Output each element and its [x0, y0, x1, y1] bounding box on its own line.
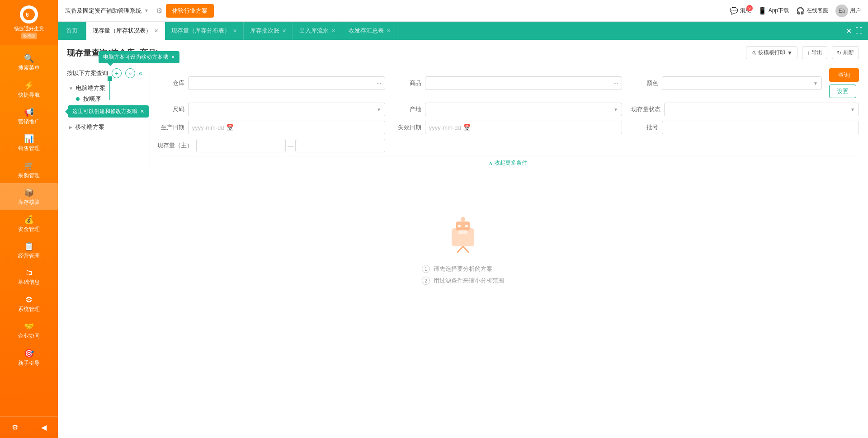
empty-step-2: 2 用过滤条件来缩小分析范围: [422, 277, 504, 285]
sidebar-item-inventory[interactable]: 📦 库存核算: [0, 183, 58, 210]
app-download-button[interactable]: 📱 App下载: [758, 7, 789, 15]
close-all-tabs-button[interactable]: ✕: [846, 27, 852, 35]
prod-date-input[interactable]: yyyy-mm-dd 📅: [188, 121, 385, 134]
filter-stock-status: 现存量状态 ▼: [631, 103, 859, 116]
divider: [150, 68, 150, 169]
tooltip1-close[interactable]: ✕: [171, 54, 175, 60]
print-dropdown-icon: ▼: [787, 50, 793, 56]
settings-icon[interactable]: ⚙: [156, 6, 162, 15]
sidebar: 6 畅捷通好生意 标准版 🔍 搜索菜单 ⚡ 快捷导航 📢 营销推广 📊 销售管理…: [0, 0, 58, 438]
experience-button[interactable]: 体验行业方案: [166, 4, 214, 18]
arrow-btn[interactable]: «: [139, 70, 142, 77]
sidebar-item-guide[interactable]: 🎯 新手引导: [0, 344, 58, 371]
refresh-button[interactable]: ↻ 刷新: [832, 46, 859, 59]
batch-no-input[interactable]: [662, 121, 859, 134]
tab-in-out-flow[interactable]: 出入库流水 ✕: [293, 22, 342, 40]
circle-btn[interactable]: ○: [125, 68, 135, 78]
mobile-scheme-label: 移动端方案: [75, 123, 104, 131]
tab-close-icon[interactable]: ✕: [154, 28, 158, 34]
mobile-expand-icon: ▶: [69, 125, 72, 130]
warehouse-dots-icon: ···: [377, 79, 381, 87]
tab-inventory-status[interactable]: 现存量（库存状况表） ✕: [86, 22, 165, 40]
stock-qty-range: —: [196, 139, 385, 152]
step-1-num: 1: [422, 265, 430, 273]
product-dots-icon: ···: [613, 79, 618, 87]
origin-select[interactable]: ▼: [425, 103, 622, 116]
tab-close-icon-5[interactable]: ✕: [387, 28, 391, 34]
sidebar-item-enterprise[interactable]: 🤝 企业协同: [0, 317, 58, 344]
filter-row-2: 尺码 ▼ 产地 ▼: [157, 103, 859, 116]
sidebar-item-quick-nav[interactable]: ⚡ 快捷导航: [0, 76, 58, 103]
stock-status-select[interactable]: ▼: [664, 103, 859, 116]
expand-arrow-icon: ▼: [69, 86, 73, 91]
tab-receive-summary-label: 收发存汇总表: [349, 27, 384, 35]
search-icon: 🔍: [24, 53, 34, 63]
reset-button[interactable]: 设置: [829, 85, 856, 98]
tab-close-icon-2[interactable]: ✕: [233, 28, 237, 34]
settings-button[interactable]: ⚙: [10, 421, 20, 433]
sidebar-item-operations[interactable]: 📋 经营管理: [0, 237, 58, 264]
user-menu[interactable]: Ea 用户: [835, 5, 861, 17]
expiry-date-placeholder: yyyy-mm-dd: [429, 124, 461, 131]
calendar-icon-2: 📅: [463, 124, 471, 131]
color-select[interactable]: ▼: [662, 76, 822, 90]
add-scheme-button[interactable]: +: [112, 68, 122, 78]
size-label: 尺码: [157, 105, 184, 113]
notification-button[interactable]: 💬 消息 9: [730, 7, 751, 15]
expand-button[interactable]: ⛶: [855, 27, 863, 35]
collapse-button[interactable]: ∧ 收起更多条件: [489, 159, 527, 167]
filter-warehouse: 仓库 ···: [157, 68, 385, 98]
tab-close-icon-3[interactable]: ✕: [282, 28, 286, 34]
batch-no-label: 批号: [631, 123, 658, 132]
search-button[interactable]: 查询: [829, 68, 859, 82]
stock-qty-max[interactable]: [295, 139, 385, 152]
tab-home-label: 首页: [66, 27, 78, 35]
collapse-sidebar-button[interactable]: ◀: [39, 421, 48, 433]
sidebar-item-sales[interactable]: 📊 销售管理: [0, 129, 58, 156]
tab-inventory-dist[interactable]: 现存量（库存分布表） ✕: [165, 22, 244, 40]
purchase-icon: 🛒: [24, 161, 34, 171]
product-label: 商品: [394, 79, 421, 87]
export-button[interactable]: ↑ 导出: [802, 46, 827, 59]
step-1-text: 请先选择要分析的方案: [434, 265, 492, 273]
tab-batch-ledger[interactable]: 库存批次账 ✕: [244, 22, 293, 40]
product-input[interactable]: ···: [425, 76, 622, 90]
svg-line-8: [463, 246, 468, 252]
filter-top-row: 按以下方案查询 + ○ « 电脑方案可设为移动方案哦 ✕: [67, 68, 142, 78]
basic-info-icon: 🗂: [25, 268, 33, 278]
scheme-mobile-expand[interactable]: ▶ 移动端方案: [67, 122, 142, 132]
sidebar-item-label-marketing: 营销推广: [18, 118, 40, 125]
tab-receive-summary[interactable]: 收发存汇总表 ✕: [342, 22, 397, 40]
print-button[interactable]: 🖨 按模板打印 ▼: [746, 46, 797, 59]
tab-home[interactable]: 首页: [58, 22, 86, 40]
marketing-icon: 📢: [24, 107, 34, 117]
filter-label: 按以下方案查询: [67, 69, 108, 77]
scheme-item-order[interactable]: 按顺序: [67, 94, 142, 104]
sidebar-item-label-purchase: 采购管理: [18, 172, 40, 179]
system-selector[interactable]: 装备及固定资产辅助管理系统 ▼: [65, 7, 149, 15]
sidebar-item-search[interactable]: 🔍 搜索菜单: [0, 49, 58, 75]
mobile-icon: 📱: [758, 7, 767, 15]
sidebar-item-purchase[interactable]: 🛒 采购管理: [0, 156, 58, 183]
size-select[interactable]: ▼: [188, 103, 385, 116]
tab-close-icon-4[interactable]: ✕: [331, 28, 335, 34]
scheme-item-desktop[interactable]: ▼ 电脑端方案: [67, 83, 142, 94]
sidebar-item-system[interactable]: ⚙ 系统管理: [0, 290, 58, 317]
tooltip2-close[interactable]: ✕: [140, 108, 144, 114]
warehouse-input[interactable]: ···: [188, 76, 385, 90]
sidebar-item-finance[interactable]: 💰 资金管理: [0, 210, 58, 237]
online-service-button[interactable]: 🎧 在线客服: [796, 7, 828, 15]
color-arrow-icon: ▼: [813, 81, 818, 86]
sidebar-item-basic-info[interactable]: 🗂 基础信息: [0, 264, 58, 290]
svg-point-9: [461, 217, 465, 221]
stock-qty-min[interactable]: [196, 139, 286, 152]
sidebar-item-label-operations: 经营管理: [18, 253, 40, 259]
logo-icon: 6: [20, 5, 38, 24]
expiry-date-input[interactable]: yyyy-mm-dd 📅: [425, 121, 622, 134]
tab-batch-ledger-label: 库存批次账: [250, 27, 279, 35]
user-label: 用户: [850, 7, 861, 14]
svg-point-5: [465, 225, 468, 227]
scheme-tree: ▼ 电脑端方案 按顺序 这里可以创建和修改方案哦 ✕: [67, 81, 142, 134]
sidebar-item-marketing[interactable]: 📢 营销推广: [0, 103, 58, 129]
headset-icon: 🎧: [796, 7, 805, 15]
